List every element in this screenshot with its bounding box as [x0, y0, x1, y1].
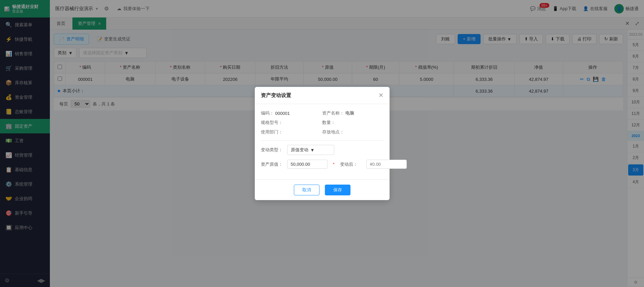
modal-info-quantity: 数量：: [322, 120, 384, 126]
change-type-arrow: ▼: [310, 148, 315, 153]
spec-label: 规格型号：: [261, 120, 283, 126]
after-change-input[interactable]: [366, 160, 407, 169]
asset-name-value: 电脑: [345, 110, 354, 116]
modal-title: 资产变动设置: [261, 92, 291, 99]
modal-close-icon[interactable]: ✕: [378, 92, 384, 99]
quantity-label: 数量：: [322, 120, 335, 126]
modal-info-spec: 规格型号：: [261, 120, 322, 126]
modal-info-grid: 编码： 000001 资产名称： 电脑 规格型号： 数量： 使用部门：: [261, 110, 384, 135]
asset-change-modal: 资产变动设置 ✕ 编码： 000001 资产名称： 电脑 规格型号： 数: [255, 87, 390, 200]
location-label: 存放地点：: [322, 129, 344, 135]
modal-overlay[interactable]: 资产变动设置 ✕ 编码： 000001 资产名称： 电脑 规格型号： 数: [0, 0, 644, 287]
original-value-label: 资产原值：: [261, 161, 284, 167]
original-value-display: 50,000.00: [287, 160, 328, 169]
dept-label: 使用部门：: [261, 129, 283, 135]
modal-info-dept: 使用部门：: [261, 129, 322, 135]
modal-body: 编码： 000001 资产名称： 电脑 规格型号： 数量： 使用部门：: [255, 104, 390, 180]
value-row: 资产原值： 50,000.00 * 变动后：: [261, 160, 384, 169]
required-star: *: [333, 162, 335, 167]
cancel-button[interactable]: 取消: [294, 185, 319, 195]
change-type-select[interactable]: 原值变动 ▼: [287, 145, 334, 155]
save-button[interactable]: 保存: [325, 185, 350, 195]
change-type-label: 变动类型：: [261, 147, 284, 153]
modal-info-location: 存放地点：: [322, 129, 384, 135]
modal-info-asset-name: 资产名称： 电脑: [322, 110, 384, 116]
modal-info-code: 编码： 000001: [261, 110, 322, 116]
modal-divider: [261, 140, 384, 141]
after-change-label: 变动后：: [340, 161, 364, 167]
code-value: 000001: [275, 111, 290, 116]
modal-footer: 取消 保存: [255, 180, 390, 200]
change-type-row: 变动类型： 原值变动 ▼: [261, 145, 384, 155]
code-label: 编码：: [261, 110, 274, 116]
asset-name-label: 资产名称：: [322, 110, 344, 116]
modal-header: 资产变动设置 ✕: [255, 87, 390, 104]
change-type-value: 原值变动: [291, 147, 308, 153]
